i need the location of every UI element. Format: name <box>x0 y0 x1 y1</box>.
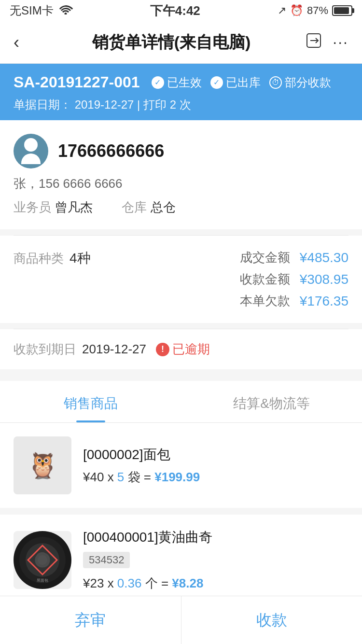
product-image-1: 🦉 <box>14 436 71 494</box>
nav-actions: ··· <box>300 33 348 51</box>
nav-bar: ‹ 销货单详情(来自电脑) ··· <box>0 21 362 64</box>
more-icon[interactable]: ··· <box>333 33 348 51</box>
product-name-2: [000400001]黄油曲奇 <box>83 528 348 546</box>
customer-meta: 业务员 曾凡杰 仓库 总仓 <box>14 199 348 216</box>
status-time: 下午4:42 <box>150 2 200 19</box>
page-title: 销货单详情(来自电脑) <box>42 31 300 54</box>
status-bar: 无SIM卡 下午4:42 ↗ ⏰ 87% <box>0 0 362 21</box>
status-badge-partial: ⏱ 部分收款 <box>269 75 331 90</box>
product-item-2: 黑面包 [000400001]黄油曲奇 534532 ¥23 x 0.36 个 … <box>0 515 362 605</box>
product-image-2: 黑面包 <box>14 531 71 589</box>
alarm-icon: ⏰ <box>290 4 303 17</box>
product-sku-2: 534532 <box>83 552 130 568</box>
clock-icon: ⏱ <box>269 76 282 89</box>
customer-avatar <box>14 134 48 168</box>
collect-payment-button[interactable]: 收款 <box>181 596 362 644</box>
status-right: ↗ ⏰ 87% <box>278 4 352 17</box>
summary-card: 商品种类 4种 成交金额 ¥485.30 收款金额 ¥308.95 本单欠款 ¥… <box>0 236 362 323</box>
status-badge-delivered: ✓ 已出库 <box>210 75 261 90</box>
product-item-1: 🦉 [0000002]面包 ¥40 x 5 袋 = ¥199.99 <box>0 423 362 508</box>
header-banner: SA-20191227-001 ✓ 已生效 ✓ 已出库 ⏱ 部分收款 单据日期：… <box>0 64 362 120</box>
overdue-badge: ! 已逾期 <box>156 341 210 358</box>
check-icon-1: ✓ <box>152 76 164 89</box>
abandon-review-button[interactable]: 弃审 <box>0 596 181 644</box>
section-divider <box>0 375 362 381</box>
owed-amount: 本单欠款 ¥176.35 <box>240 293 348 309</box>
due-date-value: 2019-12-27 <box>82 342 146 357</box>
bottom-bar: 弃审 收款 <box>0 596 362 644</box>
tab-settlement[interactable]: 结算&物流等 <box>181 381 362 422</box>
banner-subtitle: 单据日期： 2019-12-27 | 打印 2 次 <box>14 97 348 112</box>
battery-icon <box>332 5 352 16</box>
sales-person: 业务员 曾凡杰 <box>14 199 93 216</box>
customer-card: 17666666666 张，156 6666 6666 业务员 曾凡杰 仓库 总… <box>0 120 362 229</box>
overdue-icon: ! <box>156 343 169 356</box>
warehouse-info: 仓库 总仓 <box>122 199 176 216</box>
product-details-1: [0000002]面包 ¥40 x 5 袋 = ¥199.99 <box>83 446 348 486</box>
financial-summary: 成交金额 ¥485.30 收款金额 ¥308.95 本单欠款 ¥176.35 <box>240 249 348 309</box>
svg-text:黑面包: 黑面包 <box>37 578 48 583</box>
due-date-label: 收款到期日 <box>14 341 76 358</box>
status-badges: ✓ 已生效 ✓ 已出库 ⏱ 部分收款 <box>152 75 331 90</box>
wifi-icon <box>58 4 73 17</box>
battery-percent: 87% <box>307 4 328 17</box>
status-left: 无SIM卡 <box>10 3 73 18</box>
product-price-1: ¥40 x 5 袋 = ¥199.99 <box>83 469 348 486</box>
customer-name: 张，156 6666 6666 <box>14 175 348 192</box>
due-date-card: 收款到期日 2019-12-27 ! 已逾期 <box>0 329 362 369</box>
tabs-container: 销售商品 结算&物流等 <box>0 381 362 423</box>
product-price-2: ¥23 x 0.36 个 = ¥8.28 <box>83 575 348 592</box>
check-icon-2: ✓ <box>210 76 223 89</box>
product-details-2: [000400001]黄油曲奇 534532 ¥23 x 0.36 个 = ¥8… <box>83 528 348 592</box>
customer-phone: 17666666666 <box>58 141 164 161</box>
location-icon: ↗ <box>278 4 286 17</box>
status-badge-effective: ✓ 已生效 <box>152 75 202 90</box>
overdue-label: 已逾期 <box>172 341 210 358</box>
signal-text: 无SIM卡 <box>10 3 54 18</box>
tab-sales-products[interactable]: 销售商品 <box>0 381 181 422</box>
products-section: 🦉 [0000002]面包 ¥40 x 5 袋 = ¥199.99 <box>0 423 362 605</box>
collected-amount: 收款金额 ¥308.95 <box>240 271 348 288</box>
order-id: SA-20191227-001 <box>14 73 140 91</box>
product-types: 商品种类 4种 <box>14 249 91 267</box>
back-button[interactable]: ‹ <box>14 32 42 53</box>
product-name-1: [0000002]面包 <box>83 446 348 464</box>
share-icon[interactable] <box>306 33 321 51</box>
deal-amount: 成交金额 ¥485.30 <box>240 249 348 266</box>
